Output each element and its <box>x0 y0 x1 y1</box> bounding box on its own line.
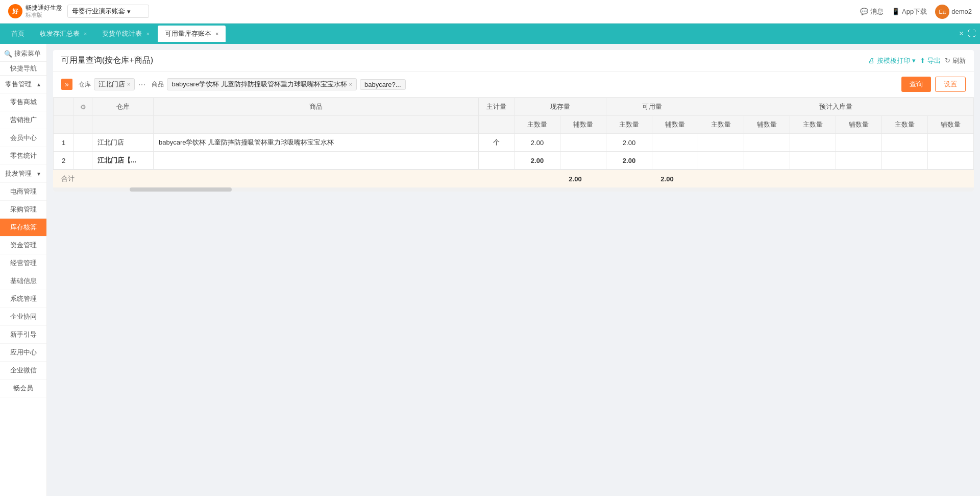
col-rownum <box>54 98 74 116</box>
print-arrow: ▾ <box>912 57 916 64</box>
tab-order-stat-close[interactable]: × <box>146 31 149 37</box>
warehouse-more[interactable]: ··· <box>138 79 145 90</box>
sidebar-item-operation[interactable]: 经营管理 <box>0 254 46 272</box>
sidebar-member2-label: 畅会员 <box>13 384 33 393</box>
sidebar-retail-mall-label: 零售商城 <box>10 98 37 107</box>
cell-product-2 <box>154 152 479 170</box>
gear-icon[interactable]: ⚙ <box>80 103 86 111</box>
cell-warehouse-2: 江北门店【... <box>92 152 154 170</box>
col-stock-main: 主数量 <box>514 116 560 134</box>
col-avail-aux: 辅数量 <box>652 116 698 134</box>
query-btn[interactable]: 查询 <box>901 77 931 92</box>
sidebar-item-wholesale[interactable]: 批发管理 ▼ <box>0 165 46 183</box>
cell-product-1: babycare学饮杯 儿童防摔防撞吸管杯重力球吸嘴杯宝宝水杯 <box>154 134 479 152</box>
sidebar-retail-arrow: ▲ <box>36 82 41 87</box>
cell-prod-aux-1 <box>928 134 974 152</box>
sidebar-item-retail-stat[interactable]: 零售统计 <box>0 147 46 165</box>
sidebar-item-finance[interactable]: 资金管理 <box>0 237 46 254</box>
sidebar-item-basic[interactable]: 基础信息 <box>0 272 46 290</box>
col-prod-aux: 辅数量 <box>928 116 974 134</box>
top-bar-left: 好 畅捷通好生意 标准版 母婴行业演示账套 ▾ <box>8 4 149 19</box>
col-avail-main: 主数量 <box>606 116 652 134</box>
col-stock-aux: 辅数量 <box>560 116 606 134</box>
print-icon: 🖨 <box>868 57 875 64</box>
cell-incoming-aux-1 <box>836 134 882 152</box>
col-product: 商品 <box>154 98 479 116</box>
tab-available[interactable]: 可用量库存账本 × <box>158 26 226 42</box>
col-settings: ⚙ <box>74 98 92 116</box>
page-title: 可用量查询(按仓库+商品) <box>61 55 153 66</box>
tab-close-all-btn[interactable]: × <box>959 29 964 38</box>
sidebar-item-wechat[interactable]: 企业微信 <box>0 362 46 380</box>
cell-avail-main-2: 2.00 <box>606 152 652 170</box>
sidebar-inventory-label: 库存核算 <box>10 223 37 232</box>
sidebar-item-retail-label: 零售管理 <box>5 80 32 89</box>
sidebar-appstore-label: 应用中心 <box>10 348 37 357</box>
sidebar-item-purchase[interactable]: 采购管理 <box>0 201 46 219</box>
cell-purchase-main-1 <box>698 134 744 152</box>
sidebar-item-marketing[interactable]: 营销推广 <box>0 111 46 129</box>
sidebar-item-retail-mall[interactable]: 零售商城 <box>0 93 46 111</box>
warehouse-tag-close[interactable]: × <box>127 81 130 87</box>
app-label: App下载 <box>902 7 927 16</box>
tab-bar-controls: × ⛶ <box>959 29 976 38</box>
sidebar-nav[interactable]: 快捷导航 <box>0 62 46 76</box>
sidebar-item-system[interactable]: 系统管理 <box>0 290 46 308</box>
print-btn[interactable]: 🖨 按模板打印 ▾ <box>868 56 916 65</box>
warehouse-tag[interactable]: 江北门店 × <box>94 78 135 90</box>
sidebar-item-ecom[interactable]: 电商管理 <box>0 183 46 201</box>
sidebar-purchase-label: 采购管理 <box>10 205 37 214</box>
sidebar-search[interactable]: 🔍 搜索菜单 <box>0 46 46 62</box>
sidebar-item-guide[interactable]: 新手引导 <box>0 326 46 344</box>
cell-purchase-aux-1 <box>744 134 790 152</box>
cell-settings-1 <box>74 134 92 152</box>
table-footer: 合计 2.00 2.00 <box>53 170 974 187</box>
tab-available-label: 可用量库存账本 <box>165 29 211 38</box>
scrollbar-area[interactable] <box>53 187 974 192</box>
table-row: 1 江北门店 babycare学饮杯 儿童防摔防撞吸管杯重力球吸嘴杯宝宝水杯 个… <box>54 134 974 152</box>
sidebar-system-label: 系统管理 <box>10 294 37 303</box>
col-purchase-main: 主数量 <box>698 116 744 134</box>
main-layout: 🔍 搜索菜单 快捷导航 零售管理 ▲ 零售商城 营销推广 会员中心 零售统计 批… <box>0 44 980 496</box>
sidebar-item-retail[interactable]: 零售管理 ▲ <box>0 76 46 93</box>
logo-sub: 标准版 <box>26 11 62 19</box>
tab-available-close[interactable]: × <box>215 31 218 37</box>
sidebar-item-member2[interactable]: 畅会员 <box>0 380 46 397</box>
page-actions: 🖨 按模板打印 ▾ ⬆ 导出 ↻ 刷新 <box>868 56 966 65</box>
sidebar-item-corp[interactable]: 企业协同 <box>0 308 46 326</box>
tab-receive[interactable]: 收发存汇总表 × <box>33 26 94 42</box>
scrollbar-thumb[interactable] <box>130 187 232 192</box>
refresh-btn[interactable]: ↻ 刷新 <box>945 56 966 65</box>
product-tag[interactable]: babycare学饮杯 儿童防摔防撞吸管杯重力球吸嘴杯宝宝水杯 × <box>167 78 357 90</box>
sidebar-wholesale-label: 批发管理 <box>5 169 32 178</box>
tab-receive-close[interactable]: × <box>84 31 87 37</box>
sidebar-item-appstore[interactable]: 应用中心 <box>0 344 46 362</box>
tab-home[interactable]: 首页 <box>4 26 32 42</box>
cell-prod-main-2 <box>882 152 928 170</box>
tab-fullscreen-btn[interactable]: ⛶ <box>968 29 976 38</box>
export-btn[interactable]: ⬆ 导出 <box>920 56 941 65</box>
table-row: 2 江北门店【... 2.00 2.00 <box>54 152 974 170</box>
company-selector[interactable]: 母婴行业演示账套 ▾ <box>67 5 149 18</box>
col-warehouse: 仓库 <box>92 98 154 116</box>
warehouse-value: 江北门店 <box>99 80 125 89</box>
col-available: 可用量 <box>606 98 698 116</box>
product-tag-close[interactable]: × <box>349 81 352 87</box>
product-value: babycare学饮杯 儿童防摔防撞吸管杯重力球吸嘴杯宝宝水杯 <box>172 80 347 89</box>
app-download-btn[interactable]: 📱 App下载 <box>892 7 927 16</box>
export-label: 导出 <box>927 56 941 65</box>
refresh-icon: ↻ <box>945 57 950 64</box>
warehouse-label: 仓库 <box>79 80 91 89</box>
product-tag-extra[interactable]: babycare?... <box>360 79 406 90</box>
settings-btn[interactable]: 设置 <box>935 77 966 92</box>
tab-order-stat[interactable]: 要货单统计表 × <box>95 26 156 42</box>
sidebar-item-member[interactable]: 会员中心 <box>0 129 46 147</box>
user-area[interactable]: Ea demo2 <box>935 5 972 19</box>
filter-expand-btn[interactable]: » <box>61 79 72 90</box>
cell-index-2: 2 <box>54 152 74 170</box>
top-bar: 好 畅捷通好生意 标准版 母婴行业演示账套 ▾ 💬 消息 📱 App下载 Ea … <box>0 0 980 23</box>
cell-purchase-aux-2 <box>744 152 790 170</box>
cell-index-1: 1 <box>54 134 74 152</box>
message-btn[interactable]: 💬 消息 <box>860 7 884 16</box>
sidebar-item-inventory[interactable]: 库存核算 <box>0 219 46 237</box>
